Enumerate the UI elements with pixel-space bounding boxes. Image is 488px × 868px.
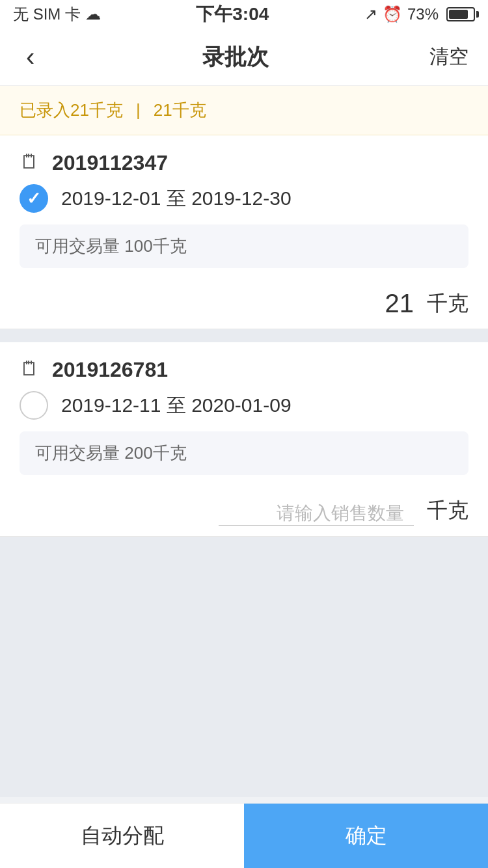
batch-id-1: 2019112347: [52, 151, 168, 175]
location-icon: ↗: [364, 5, 377, 23]
clear-button[interactable]: 清空: [429, 44, 468, 70]
batch-date-row-2: 2019-12-11 至 2020-01-09: [0, 388, 488, 426]
batch-date-1: 2019-12-01 至 2019-12-30: [61, 185, 291, 212]
batch-date-2: 2019-12-11 至 2020-01-09: [61, 392, 291, 419]
status-bar: 无 SIM 卡 ☁ 下午3:04 ↗ ⏰ 73%: [0, 0, 488, 29]
info-bar: 已录入21千克 | 21千克: [0, 86, 488, 135]
status-right: ↗ ⏰ 73%: [364, 5, 475, 23]
batch-radio-1[interactable]: [20, 184, 48, 213]
back-button[interactable]: ‹: [20, 36, 41, 78]
batch-radio-2[interactable]: [20, 391, 48, 420]
recorded-label: 已录入21千克: [20, 99, 123, 122]
batch-header-1: 🗒 2019112347: [0, 135, 488, 182]
section-divider: [0, 329, 488, 342]
qty-value-1: 21: [385, 289, 414, 318]
nav-bar: ‹ 录批次 清空: [0, 29, 488, 86]
bottom-bar: 自动分配 确定: [0, 803, 488, 868]
qty-unit-2: 千克: [427, 496, 468, 525]
batch-id-icon-2: 🗒: [20, 358, 39, 380]
status-left: 无 SIM 卡 ☁: [13, 4, 101, 25]
qty-input-2[interactable]: [219, 496, 414, 526]
batch-available-2: 可用交易量 200千克: [20, 431, 468, 475]
alarm-icon: ⏰: [383, 5, 402, 23]
batch-date-row-1: 2019-12-01 至 2019-12-30: [0, 182, 488, 219]
gray-area: [0, 537, 488, 797]
batch-id-2: 2019126781: [52, 358, 168, 382]
auto-distribute-button[interactable]: 自动分配: [0, 804, 244, 868]
status-time: 下午3:04: [196, 2, 269, 27]
qty-row-1: 21 千克: [0, 278, 488, 329]
batch-header-2: 🗒 2019126781: [0, 342, 488, 388]
batch-card-2: 🗒 2019126781 2019-12-11 至 2020-01-09 可用交…: [0, 342, 488, 537]
batch-id-icon-1: 🗒: [20, 151, 39, 173]
content-area: 🗒 2019112347 2019-12-01 至 2019-12-30 可用交…: [0, 135, 488, 862]
recorded-value: 21千克: [154, 99, 206, 122]
batch-available-1: 可用交易量 100千克: [20, 224, 468, 268]
batch-card-1: 🗒 2019112347 2019-12-01 至 2019-12-30 可用交…: [0, 135, 488, 329]
sim-status: 无 SIM 卡 ☁: [13, 4, 101, 25]
battery-icon: [446, 7, 475, 21]
qty-unit-1: 千克: [427, 290, 468, 318]
confirm-button[interactable]: 确定: [244, 804, 488, 868]
battery-percent: 73%: [407, 5, 439, 23]
page-title: 录批次: [202, 42, 269, 72]
info-divider: |: [136, 100, 141, 120]
qty-row-2[interactable]: 千克: [0, 485, 488, 536]
